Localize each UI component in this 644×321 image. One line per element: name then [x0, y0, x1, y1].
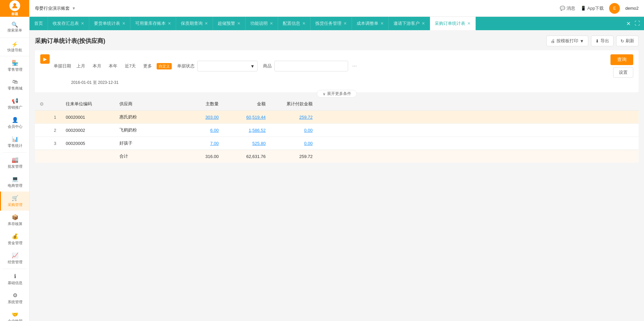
date-shortcut-this-year[interactable]: 本年	[106, 62, 120, 70]
company-name: 母婴行业演示账套	[35, 5, 70, 11]
message-button[interactable]: 💬 消息	[560, 5, 575, 11]
tab-close-icon[interactable]: ✕	[270, 21, 273, 26]
sidebar-item-stock-check[interactable]: 📦 库存核算	[0, 211, 29, 230]
sidebar-item-enterprise-collab[interactable]: 🤝 企业协同	[0, 308, 29, 321]
tab-label: 采购订单统计表	[435, 20, 465, 26]
tab-pick-task[interactable]: 拣货任务管理 ✕	[311, 17, 352, 30]
tab-purchase-summary[interactable]: 要货单统计表 ✕	[89, 17, 130, 30]
paid-link[interactable]: 259.72	[299, 115, 313, 120]
user-avatar[interactable]: E	[609, 3, 620, 14]
data-table-container: ⚙ 往来单位编码 供应商 主数量 金额 累计付款金额	[35, 98, 639, 163]
tab-label: 可用量库存账本	[135, 20, 166, 26]
paid-link[interactable]: 0.00	[304, 141, 313, 146]
tab-home-label: 首页	[34, 20, 43, 26]
goods-more-button[interactable]: ···	[351, 63, 358, 69]
sidebar-item-basic-info[interactable]: ℹ 基础信息	[0, 270, 29, 289]
tab-invite-downstream[interactable]: 邀请下游客户 ✕	[389, 17, 430, 30]
custom-date-tag: 自定义	[157, 63, 172, 69]
settings-label: 设置	[619, 70, 628, 75]
app-download-button[interactable]: 📱 App下载	[581, 5, 604, 11]
company-selector[interactable]: 母婴行业演示账套 ▼	[35, 5, 76, 11]
date-shortcut-more[interactable]: 更多	[141, 62, 155, 70]
sidebar-item-retail-shop[interactable]: 🛍 零售商城	[0, 75, 29, 94]
sidebar-item-purchase[interactable]: 🛒 采购管理	[0, 192, 29, 211]
tab-close-icon[interactable]: ✕	[205, 21, 208, 26]
tab-close-icon[interactable]: ✕	[467, 21, 471, 26]
svg-point-0	[13, 3, 16, 6]
tf-label: 合计	[115, 150, 182, 163]
tab-label: 功能说明	[250, 20, 268, 26]
sidebar-item-wholesale[interactable]: 🏭 批发管理	[0, 153, 29, 172]
tab-close-icon[interactable]: ✕	[122, 21, 125, 26]
td-extra	[317, 137, 639, 150]
tab-config-info[interactable]: 配置信息 ✕	[278, 17, 311, 30]
sidebar-item-ecommerce[interactable]: 💻 电商管理	[0, 172, 29, 192]
operations-icon: 📈	[12, 252, 18, 259]
maximize-tab-button[interactable]: ⛶	[633, 19, 641, 28]
close-tab-button[interactable]: ✕	[625, 19, 632, 28]
sidebar-item-label: 批发管理	[8, 164, 22, 169]
refresh-button[interactable]: ↻ 刷新	[616, 36, 639, 46]
sidebar-item-retail-stats[interactable]: 📊 零售统计	[0, 132, 29, 152]
print-button[interactable]: 🖨 按模板打印 ▼	[546, 36, 588, 46]
date-shortcut-this-month[interactable]: 本月	[90, 62, 104, 70]
tab-cost-adjust[interactable]: 成本调整单 ✕	[352, 17, 389, 30]
company-dropdown-arrow: ▼	[72, 6, 76, 11]
date-shortcut-7days[interactable]: 近7天	[122, 62, 139, 70]
tab-overstock-warning[interactable]: 超储预警 ✕	[213, 17, 246, 30]
amount-link[interactable]: 60,519.44	[246, 115, 266, 120]
more-conditions-button[interactable]: ∨ 展开更多条件	[317, 90, 357, 98]
tab-purchase-stats[interactable]: 采购订单统计表 ✕	[430, 17, 476, 30]
search-menu-button[interactable]: 🔍 搜索菜单	[1, 19, 28, 35]
date-shortcut-last-month[interactable]: 上月	[74, 62, 88, 70]
td-amount: 60,519.44	[223, 111, 270, 124]
amount-link[interactable]: 1,586.52	[249, 128, 266, 133]
column-settings-icon[interactable]: ⚙	[40, 101, 44, 107]
td-amount: 1,586.52	[223, 124, 270, 137]
username-label[interactable]: demo2	[625, 6, 639, 11]
tab-receive-summary[interactable]: 收发存汇总表 ✕	[48, 17, 89, 30]
sidebar-item-retail-manage[interactable]: 🏪 零售管理	[0, 56, 29, 75]
goods-input[interactable]	[274, 61, 348, 71]
sidebar-item-finance[interactable]: 💰 资金管理	[0, 230, 29, 249]
status-select[interactable]: ▼	[197, 61, 258, 71]
date-filter-label: 单据日期	[54, 63, 71, 69]
sidebar-item-member-center[interactable]: 👤 会员中心	[0, 113, 29, 132]
quicknav-button[interactable]: ⚡ 快捷导航	[0, 39, 29, 55]
export-button[interactable]: ⬇ 导出	[591, 36, 613, 46]
tab-close-icon[interactable]: ✕	[81, 21, 84, 26]
th-num	[48, 98, 62, 111]
tab-close-icon[interactable]: ✕	[343, 21, 347, 26]
tab-close-icon[interactable]: ✕	[302, 21, 306, 26]
quantity-link[interactable]: 6.00	[210, 128, 219, 133]
sidebar-item-system[interactable]: ⚙ 系统管理	[0, 289, 29, 308]
settings-button[interactable]: 设置	[613, 67, 633, 78]
paid-link[interactable]: 0.00	[304, 128, 313, 133]
sidebar-item-label: 企业协同	[8, 319, 22, 321]
tab-close-icon[interactable]: ✕	[237, 21, 240, 26]
td-num: 2	[48, 124, 62, 137]
sidebar-item-label: 电商管理	[8, 183, 22, 188]
tab-close-icon[interactable]: ✕	[380, 21, 384, 26]
tab-home[interactable]: 首页	[30, 17, 48, 30]
tf-extra	[317, 150, 639, 163]
tab-function-desc[interactable]: 功能说明 ✕	[246, 17, 278, 30]
td-supplier-code: 00020001	[62, 111, 115, 124]
tab-warranty-query[interactable]: 保质期查询 ✕	[176, 17, 213, 30]
query-button[interactable]: 查询	[610, 54, 633, 65]
sidebar-item-marketing[interactable]: 📢 营销推广	[0, 94, 29, 113]
tab-available-stock[interactable]: 可用量库存账本 ✕	[130, 17, 176, 30]
sidebar-item-operations[interactable]: 📈 经营管理	[0, 249, 29, 268]
quantity-link[interactable]: 303.00	[205, 115, 219, 120]
amount-link[interactable]: 525.80	[252, 141, 266, 146]
filter-toggle-button[interactable]: ▶	[40, 54, 50, 64]
td-num: 3	[48, 137, 62, 150]
quantity-link[interactable]: 7.00	[210, 141, 219, 146]
sidebar-item-label: 零售统计	[8, 143, 22, 148]
tab-close-icon[interactable]: ✕	[168, 21, 171, 26]
th-quantity: 主数量	[182, 98, 223, 111]
quicknav-label: 快捷导航	[7, 48, 22, 53]
tf-paid-amount: 259.72	[270, 150, 317, 163]
tab-close-icon[interactable]: ✕	[422, 21, 425, 26]
app-download-label: App下载	[587, 5, 604, 11]
